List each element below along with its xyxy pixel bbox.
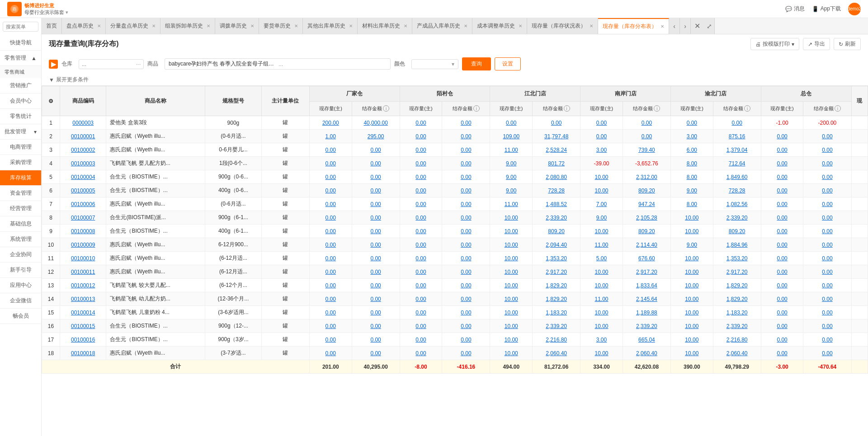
- cell-code[interactable]: 00100012: [60, 279, 106, 292]
- refresh-btn[interactable]: ↻ 刷新: [834, 38, 861, 50]
- cell-code[interactable]: 00100014: [60, 306, 106, 319]
- cell-yubei-stock[interactable]: 10.00: [671, 319, 713, 333]
- tab-close-requisition[interactable]: ✕: [294, 23, 298, 28]
- cell-total-stock[interactable]: 0.00: [761, 197, 803, 211]
- info-icon[interactable]: i: [564, 105, 570, 112]
- sidebar-item-sys-mgmt[interactable]: 系统管理: [0, 232, 41, 247]
- cell-nanan-amount[interactable]: 1,833.64: [623, 279, 670, 292]
- cell-total-amount[interactable]: 0.00: [803, 170, 851, 184]
- info-icon[interactable]: i: [835, 105, 841, 112]
- cell-jiangbei-stock[interactable]: 10.00: [490, 347, 533, 360]
- cell-jiangbei-amount[interactable]: 801.72: [533, 157, 580, 170]
- cell-factory-stock[interactable]: 0.00: [309, 211, 352, 225]
- cell-jiangbei-amount[interactable]: 1,829.20: [533, 279, 580, 292]
- cell-total-stock[interactable]: 0.00: [761, 347, 803, 360]
- info-icon[interactable]: i: [744, 105, 750, 112]
- cell-jiangbei-stock[interactable]: 10.00: [490, 265, 533, 279]
- cell-jiangbei-stock[interactable]: 10.00: [490, 238, 533, 252]
- color-input-wrap[interactable]: ▾: [411, 59, 458, 69]
- cell-mountain-stock[interactable]: 0.00: [400, 197, 442, 211]
- cell-jiangbei-amount[interactable]: 31,797.48: [533, 130, 580, 143]
- tab-close-inventory[interactable]: ✕: [97, 23, 101, 28]
- cell-yubei-amount[interactable]: 2,216.80: [713, 333, 761, 347]
- cell-factory-stock[interactable]: 0.00: [309, 292, 352, 306]
- cell-jiangbei-amount[interactable]: 809.20: [533, 225, 580, 238]
- cell-total-amount[interactable]: 0.00: [803, 292, 851, 306]
- cell-mountain-stock[interactable]: 0.00: [400, 333, 442, 347]
- cell-factory-amount[interactable]: 0.00: [352, 252, 400, 265]
- cell-factory-stock[interactable]: 0.00: [309, 170, 352, 184]
- cell-code[interactable]: 00100011: [60, 265, 106, 279]
- cell-total-stock[interactable]: 0.00: [761, 238, 803, 252]
- cell-nanan-amount[interactable]: 739.40: [623, 143, 670, 157]
- cell-factory-amount[interactable]: 0.00: [352, 170, 400, 184]
- tab-close-cost[interactable]: ✕: [519, 23, 522, 28]
- cell-nanan-stock[interactable]: 10.00: [580, 279, 623, 292]
- cell-factory-amount[interactable]: 0.00: [352, 225, 400, 238]
- cell-factory-stock[interactable]: 200.00: [309, 116, 352, 130]
- cell-factory-stock[interactable]: 0.00: [309, 319, 352, 333]
- cell-nanan-stock[interactable]: 11.00: [580, 238, 623, 252]
- cell-mountain-amount[interactable]: 0.00: [442, 279, 490, 292]
- cell-mountain-amount[interactable]: 0.00: [442, 306, 490, 319]
- cell-factory-amount[interactable]: 0.00: [352, 279, 400, 292]
- warehouse-input-wrap[interactable]: ···: [79, 59, 144, 69]
- cell-yubei-stock[interactable]: 10.00: [671, 333, 713, 347]
- cell-yubei-amount[interactable]: 1,183.20: [713, 306, 761, 319]
- tab-material-out[interactable]: 材料出库单历史 ✕: [358, 18, 412, 34]
- cell-yubei-amount[interactable]: 809.20: [713, 225, 761, 238]
- cell-mountain-amount[interactable]: 0.00: [442, 184, 490, 197]
- cell-mountain-stock[interactable]: 0.00: [400, 347, 442, 360]
- tab-product-in[interactable]: 产成品入库单历史 ✕: [412, 18, 472, 34]
- cell-total-stock[interactable]: 0.00: [761, 333, 803, 347]
- tab-close-status[interactable]: ✕: [590, 23, 593, 28]
- cell-jiangbei-stock[interactable]: 10.00: [490, 319, 533, 333]
- cell-mountain-amount[interactable]: 0.00: [442, 211, 490, 225]
- cell-jiangbei-stock[interactable]: 11.00: [490, 143, 533, 157]
- cell-yubei-amount[interactable]: 875.16: [713, 130, 761, 143]
- cell-factory-amount[interactable]: 40,000.00: [352, 116, 400, 130]
- cell-nanan-stock[interactable]: 3.00: [580, 143, 623, 157]
- cell-mountain-amount[interactable]: 0.00: [442, 170, 490, 184]
- cell-mountain-amount[interactable]: 0.00: [442, 197, 490, 211]
- cell-nanan-stock[interactable]: 3.00: [580, 333, 623, 347]
- cell-mountain-stock[interactable]: 0.00: [400, 143, 442, 157]
- query-btn[interactable]: 查询: [462, 57, 491, 70]
- cell-factory-stock[interactable]: 0.00: [309, 225, 352, 238]
- cell-total-amount[interactable]: 0.00: [803, 238, 851, 252]
- cell-nanan-amount[interactable]: 2,917.20: [623, 265, 670, 279]
- cell-factory-amount[interactable]: 0.00: [352, 143, 400, 157]
- cell-factory-stock[interactable]: 0.00: [309, 238, 352, 252]
- cell-yubei-stock[interactable]: 10.00: [671, 292, 713, 306]
- cell-jiangbei-stock[interactable]: 11.00: [490, 197, 533, 211]
- filter-toggle-btn[interactable]: ▶: [49, 60, 58, 69]
- cell-factory-amount[interactable]: 0.00: [352, 333, 400, 347]
- cell-jiangbei-amount[interactable]: 2,339.20: [533, 319, 580, 333]
- cell-total-amount[interactable]: 0.00: [803, 143, 851, 157]
- cell-mountain-amount[interactable]: 0.00: [442, 116, 490, 130]
- cell-nanan-stock[interactable]: 0.00: [580, 130, 623, 143]
- cell-factory-stock[interactable]: 0.00: [309, 306, 352, 319]
- cell-nanan-stock[interactable]: 10.00: [580, 319, 623, 333]
- cell-total-amount[interactable]: 0.00: [803, 306, 851, 319]
- cell-jiangbei-amount[interactable]: 1,183.20: [533, 306, 580, 319]
- cell-jiangbei-amount[interactable]: 2,080.80: [533, 170, 580, 184]
- cell-nanan-stock[interactable]: 10.00: [580, 347, 623, 360]
- search-input[interactable]: [3, 22, 38, 32]
- cell-code[interactable]: 00100001: [60, 130, 106, 143]
- cell-nanan-stock[interactable]: -39.00: [580, 157, 623, 170]
- sidebar-item-stock[interactable]: 库存核算: [0, 170, 41, 186]
- cell-code[interactable]: 00100018: [60, 347, 106, 360]
- cell-nanan-amount[interactable]: 676.60: [623, 252, 670, 265]
- cell-mountain-amount[interactable]: 0.00: [442, 347, 490, 360]
- cell-total-amount[interactable]: 0.00: [803, 265, 851, 279]
- cell-nanan-amount[interactable]: 2,339.20: [623, 319, 670, 333]
- cell-jiangbei-stock[interactable]: 109.00: [490, 130, 533, 143]
- cell-yubei-stock[interactable]: 10.00: [671, 265, 713, 279]
- cell-code[interactable]: 00100009: [60, 238, 106, 252]
- cell-yubei-amount[interactable]: 2,339.20: [713, 211, 761, 225]
- cell-jiangbei-amount[interactable]: 728.28: [533, 184, 580, 197]
- cell-nanan-stock[interactable]: 10.00: [580, 184, 623, 197]
- cell-total-stock[interactable]: 0.00: [761, 292, 803, 306]
- cell-factory-stock[interactable]: 0.00: [309, 157, 352, 170]
